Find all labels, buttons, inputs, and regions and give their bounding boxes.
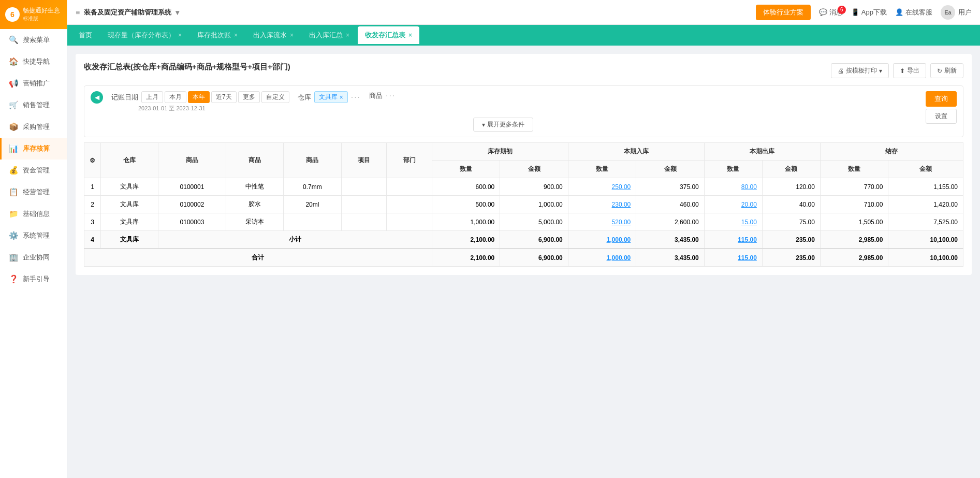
warehouse-more-button[interactable]: ··· <box>351 93 361 102</box>
project-col-header: 项目 <box>341 143 386 178</box>
expand-button[interactable]: ▾ 展开更多条件 <box>473 118 533 132</box>
tab-close-2[interactable]: × <box>234 32 238 39</box>
sidebar-item-finance[interactable]: 💰资金管理 <box>0 160 67 181</box>
tab-label-0: 首页 <box>79 31 92 40</box>
goods-more-button[interactable]: ··· <box>386 91 396 100</box>
download-icon: 📱 <box>851 8 859 16</box>
export-button[interactable]: ⬆ 导出 <box>893 63 926 78</box>
subtotal-in-qty[interactable]: 1,000.00 <box>568 231 636 249</box>
row-in-amt-0: 375.00 <box>636 178 705 196</box>
finance-icon: 💰 <box>9 166 19 175</box>
row-code-0: 0100001 <box>158 178 226 196</box>
total-out-amt: 235.00 <box>762 249 820 267</box>
operation-icon: 📋 <box>9 187 19 197</box>
row-out-amt-2: 75.00 <box>762 213 820 231</box>
sidebar-label-quick: 快捷导航 <box>23 57 50 66</box>
subtotal-out-qty[interactable]: 115.00 <box>704 231 762 249</box>
total-open-qty: 2,100.00 <box>432 249 500 267</box>
row-spec-2 <box>283 213 341 231</box>
page-card: 收发存汇总表(按仓库+商品编码+商品+规格型号+项目+部门) 🖨 按模板打印 ▾… <box>76 54 972 275</box>
sidebar-label-marketing: 营销推广 <box>23 79 50 88</box>
row-in-qty-2[interactable]: 520.00 <box>568 213 636 231</box>
row-in-qty-1[interactable]: 230.00 <box>568 196 636 213</box>
tab-close-1[interactable]: × <box>178 32 182 39</box>
app-badge: 标准版 <box>23 15 60 22</box>
row-bal-amt-0: 1,155.00 <box>888 178 963 196</box>
print-button[interactable]: 🖨 按模板打印 ▾ <box>831 63 889 78</box>
row-in-qty-0[interactable]: 250.00 <box>568 178 636 196</box>
table-row: 2 文具库 0100002 胶水 20ml 500.00 1,000.00 23… <box>84 196 963 213</box>
user-area[interactable]: Ea 用户 <box>941 5 972 20</box>
query-button[interactable]: 查询 <box>926 91 957 107</box>
page-title: 收发存汇总表(按仓库+商品编码+商品+规格型号+项目+部门) <box>84 62 290 72</box>
row-out-qty-2[interactable]: 15.00 <box>704 213 762 231</box>
quick-icon: 🏠 <box>9 57 19 66</box>
total-open-amt: 6,900.00 <box>500 249 568 267</box>
app-download-btn[interactable]: 📱 App下载 <box>851 8 887 17</box>
sidebar-item-guide[interactable]: ❓新手引导 <box>0 268 67 290</box>
sidebar-item-sales[interactable]: 🛒销售管理 <box>0 94 67 116</box>
total-out-qty[interactable]: 115.00 <box>704 249 762 267</box>
print-dropdown-icon: ▾ <box>879 67 882 75</box>
total-in-amt: 3,435.00 <box>636 249 705 267</box>
sidebar-label-system: 系统管理 <box>23 231 50 240</box>
date-btn-更多[interactable]: 更多 <box>238 91 260 103</box>
tab-2[interactable]: 库存批次账× <box>190 26 245 44</box>
message-badge[interactable]: 💬 消息 6 <box>819 8 843 17</box>
title-actions: 🖨 按模板打印 ▾ ⬆ 导出 ↻ 刷新 <box>831 63 963 78</box>
row-out-qty-1[interactable]: 20.00 <box>704 196 762 213</box>
message-count: 6 <box>838 6 846 14</box>
warehouse-remove-icon[interactable]: × <box>340 94 343 101</box>
date-btn-上月[interactable]: 上月 <box>141 91 163 103</box>
tab-1[interactable]: 现存量（库存分布表）× <box>100 26 189 44</box>
sidebar-item-marketing[interactable]: 📢营销推广 <box>0 73 67 94</box>
sidebar-item-corp[interactable]: 🏢企业协同 <box>0 247 67 268</box>
sidebar-item-inventory[interactable]: 📊库存核算 <box>0 138 67 160</box>
sidebar-item-basic[interactable]: 📁基础信息 <box>0 203 67 225</box>
row-bal-qty-1: 710.00 <box>820 196 888 213</box>
expand-row: ▾ 展开更多条件 <box>91 118 957 132</box>
tab-close-5[interactable]: × <box>408 32 412 39</box>
row-bal-amt-2: 7,525.00 <box>888 213 963 231</box>
tab-close-4[interactable]: × <box>346 32 349 39</box>
data-table-wrapper: ⚙ 仓库 商品 商品 商品 项目 部门 库存期初 本期入库 本期出库 结存 <box>84 142 963 267</box>
total-in-qty[interactable]: 1,000.00 <box>568 249 636 267</box>
row-out-qty-0[interactable]: 80.00 <box>704 178 762 196</box>
tab-5[interactable]: 收发存汇总表× <box>358 26 419 44</box>
date-btn-近7天[interactable]: 近7天 <box>211 91 237 103</box>
system-icon: ≡ <box>76 8 80 17</box>
online-service-btn[interactable]: 👤 在线客服 <box>895 8 932 17</box>
sidebar-item-system[interactable]: ⚙️系统管理 <box>0 225 67 247</box>
in-qty-header: 数量 <box>568 161 636 178</box>
subtotal-open-amt: 6,900.00 <box>500 231 568 249</box>
sidebar-item-search[interactable]: 🔍搜索菜单 <box>0 29 67 51</box>
date-btn-本月[interactable]: 本月 <box>165 91 186 103</box>
goods-filter: 商品 ··· <box>369 91 396 100</box>
table-header-group: ⚙ 仓库 商品 商品 商品 项目 部门 库存期初 本期入库 本期出库 结存 <box>84 143 963 161</box>
sidebar-item-purchase[interactable]: 📦采购管理 <box>0 116 67 138</box>
sidebar-label-finance: 资金管理 <box>23 166 50 175</box>
tab-4[interactable]: 出入库汇总× <box>302 26 357 44</box>
tab-3[interactable]: 出入库流水× <box>246 26 301 44</box>
sidebar-label-corp: 企业协同 <box>23 253 50 262</box>
sidebar-label-purchase: 采购管理 <box>23 122 50 132</box>
tab-close-3[interactable]: × <box>290 32 294 39</box>
tab-label-4: 出入库汇总 <box>309 31 343 40</box>
tab-0[interactable]: 首页 <box>71 26 99 44</box>
period-in-header: 本期入库 <box>568 143 704 161</box>
refresh-button[interactable]: ↻ 刷新 <box>930 63 963 78</box>
search-icon: 🔍 <box>9 35 19 45</box>
subtotal-out-amt: 235.00 <box>762 231 820 249</box>
sidebar: 6 畅捷通好生意 标准版 🔍搜索菜单🏠快捷导航📢营销推广🛒销售管理📦采购管理📊库… <box>0 0 67 478</box>
system-dropdown-icon[interactable]: ▾ <box>175 8 179 17</box>
sidebar-item-operation[interactable]: 📋经营管理 <box>0 181 67 203</box>
experience-button[interactable]: 体验行业方案 <box>756 5 811 20</box>
filter-toggle-button[interactable]: ◀ <box>91 91 103 104</box>
warehouse-tag: 文具库 × <box>314 91 348 103</box>
date-btn-本年[interactable]: 本年 <box>188 91 210 103</box>
date-range-text: 2023-01-01 至 2023-12-31 <box>111 105 289 112</box>
settings-button[interactable]: 设置 <box>926 109 957 124</box>
row-no-2: 3 <box>84 213 101 231</box>
sidebar-item-quick[interactable]: 🏠快捷导航 <box>0 51 67 73</box>
date-btn-自定义[interactable]: 自定义 <box>261 91 289 103</box>
